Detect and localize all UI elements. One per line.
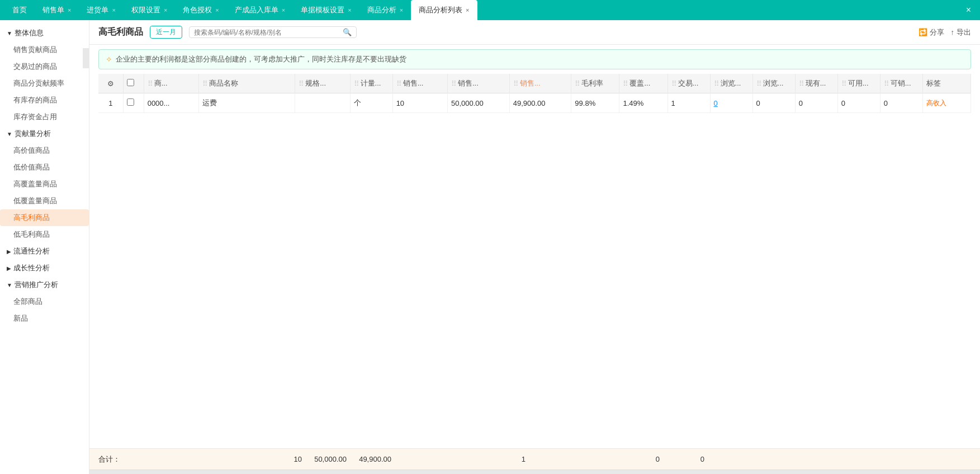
select-all-checkbox[interactable] xyxy=(127,79,134,86)
col-sep-icon13: ⠿ xyxy=(799,79,804,88)
nav-home[interactable]: 首页 xyxy=(4,0,35,20)
cell-available: 0 xyxy=(837,93,880,113)
row-checkbox[interactable] xyxy=(127,98,134,106)
top-nav: 首页 销售单 × 进货单 × 权限设置 × 角色授权 × 产成品入库单 × 单据… xyxy=(0,0,980,20)
col-sales-profit-header: ⠿ 销售... xyxy=(509,74,571,93)
nav-permission[interactable]: 权限设置 × xyxy=(124,0,175,20)
nav-role[interactable]: 角色授权 × xyxy=(175,0,226,20)
sidebar-item-new-products[interactable]: 新品 xyxy=(0,310,89,327)
main-layout: 《 ▼ 整体信息 销售贡献商品 交易过的商品 商品分贡献频率 有库存的商品 库存… xyxy=(0,20,980,474)
sidebar-item-stock-capital[interactable]: 库存资金占用 xyxy=(0,109,89,125)
close-all-tabs[interactable]: × xyxy=(962,5,976,15)
sidebar-item-low-margin[interactable]: 低毛利商品 xyxy=(0,226,89,243)
close-analysis-tab[interactable]: × xyxy=(400,7,403,13)
col-views1-header: ⠿ 浏览... xyxy=(710,74,752,93)
col-sep-icon10: ⠿ xyxy=(671,79,677,88)
col-sep-icon2: ⠿ xyxy=(202,79,208,88)
table-header-row: ⚙ ⠿ 商... ⠿ xyxy=(98,74,971,93)
table-row: 1 0000... 运费 个 10 50,000.00 49,900.00 99… xyxy=(98,93,971,113)
date-filter-btn[interactable]: 近一月 xyxy=(150,26,182,39)
arrow-right-icon: ▶ xyxy=(7,248,11,255)
cell-tag: 高收入 xyxy=(922,93,970,113)
cell-spec xyxy=(295,93,350,113)
sidebar-group-marketing[interactable]: ▼ 营销推广分析 xyxy=(0,276,89,293)
footer-sales-profit: 49,900.00 xyxy=(350,455,395,463)
col-name-header: ⠿ 商品名称 xyxy=(199,74,295,93)
sidebar-group-growth[interactable]: ▶ 成长性分析 xyxy=(0,260,89,276)
col-coverage-header: ⠿ 覆盖... xyxy=(619,74,667,93)
cell-saleable: 0 xyxy=(880,93,922,113)
content-header: 高毛利商品 近一月 🔍 🔁 分享 ↑ 导出 xyxy=(89,20,980,45)
search-input[interactable] xyxy=(194,29,340,36)
col-settings[interactable]: ⚙ xyxy=(98,74,123,93)
col-unit-header: ⠿ 计量... xyxy=(350,74,392,93)
share-btn[interactable]: 🔁 分享 xyxy=(919,27,944,37)
sidebar-item-all-products[interactable]: 全部商品 xyxy=(0,293,89,310)
close-permission-tab[interactable]: × xyxy=(164,7,167,13)
col-trans-header: ⠿ 交易... xyxy=(667,74,710,93)
close-purchase-tab[interactable]: × xyxy=(112,7,115,13)
col-sales-amount-header: ⠿ 销售... xyxy=(448,74,510,93)
export-btn[interactable]: ↑ 导出 xyxy=(951,27,972,37)
footer-available: 0 xyxy=(663,455,708,463)
sidebar-item-high-coverage[interactable]: 高覆盖量商品 xyxy=(0,176,89,193)
nav-product-in[interactable]: 产成品入库单 × xyxy=(227,0,293,20)
sidebar-collapse-btn[interactable]: 《 xyxy=(83,48,89,68)
table-footer: 合计： 10 50,000.00 49,900.00 1 0 0 xyxy=(89,448,980,470)
share-icon: 🔁 xyxy=(919,28,927,36)
sidebar-group-general[interactable]: ▼ 整体信息 xyxy=(0,25,89,41)
nav-analysis-list[interactable]: 商品分析列表 × xyxy=(411,0,477,20)
nav-product-analysis[interactable]: 商品分析 × xyxy=(359,0,411,20)
close-analysis-list-tab[interactable]: × xyxy=(466,7,469,13)
col-current-header: ⠿ 现有... xyxy=(795,74,837,93)
close-product-in-tab[interactable]: × xyxy=(282,7,285,13)
cell-coverage: 1.49% xyxy=(619,93,667,113)
footer-cells: 合计： 10 50,000.00 49,900.00 1 0 0 xyxy=(98,454,971,464)
col-sep-icon6: ⠿ xyxy=(451,79,457,88)
nav-template[interactable]: 单据模板设置 × xyxy=(293,0,359,20)
cell-current: 0 xyxy=(795,93,837,113)
arrow-down-icon-3: ▼ xyxy=(7,282,12,288)
product-table: ⚙ ⠿ 商... ⠿ xyxy=(98,74,971,113)
arrow-down-icon-2: ▼ xyxy=(7,131,12,137)
col-code-header: ⠿ 商... xyxy=(144,74,198,93)
cell-sales-qty: 10 xyxy=(392,93,447,113)
col-saleable-header: ⠿ 可销... xyxy=(880,74,922,93)
bottom-scrollbar[interactable] xyxy=(89,470,980,474)
sidebar-item-high-margin[interactable]: 高毛利商品 xyxy=(0,209,89,226)
sidebar-group-liquidity[interactable]: ▶ 流通性分析 xyxy=(0,243,89,260)
cell-code: 0000... xyxy=(144,93,198,113)
cell-checkbox[interactable] xyxy=(123,93,144,113)
export-icon: ↑ xyxy=(951,28,955,36)
footer-transactions: 1 xyxy=(484,455,529,463)
close-template-tab[interactable]: × xyxy=(348,7,351,13)
sidebar-item-in-stock[interactable]: 有库存的商品 xyxy=(0,92,89,109)
sidebar-item-low-value[interactable]: 低价值商品 xyxy=(0,159,89,176)
content-area: 高毛利商品 近一月 🔍 🔁 分享 ↑ 导出 ✧ 企业的主要的利润都是这部分商品创… xyxy=(89,20,980,474)
col-tag-header: 标签 xyxy=(922,74,970,93)
nav-purchase[interactable]: 进货单 × xyxy=(79,0,123,20)
nav-sales[interactable]: 销售单 × xyxy=(35,0,79,20)
sidebar-item-low-coverage[interactable]: 低覆盖量商品 xyxy=(0,193,89,209)
arrow-right-icon-2: ▶ xyxy=(7,265,11,271)
search-icon[interactable]: 🔍 xyxy=(343,28,352,36)
sidebar-item-contrib-freq[interactable]: 商品分贡献频率 xyxy=(0,75,89,92)
sidebar-item-high-value[interactable]: 高价值商品 xyxy=(0,142,89,159)
col-separator-icon: ⠿ xyxy=(148,79,153,88)
col-sales-qty-header: ⠿ 销售... xyxy=(392,74,447,93)
close-sales-tab[interactable]: × xyxy=(68,7,71,13)
cell-views1[interactable]: 0 xyxy=(710,93,752,113)
cell-sales-profit: 49,900.00 xyxy=(509,93,571,113)
cell-name: 运费 xyxy=(199,93,295,113)
footer-current: 0 xyxy=(618,455,663,463)
sidebar-item-traded[interactable]: 交易过的商品 xyxy=(0,58,89,75)
col-sep-icon4: ⠿ xyxy=(354,79,359,88)
col-checkbox[interactable] xyxy=(123,74,144,93)
close-role-tab[interactable]: × xyxy=(215,7,219,13)
col-margin-header: ⠿ 毛利率 xyxy=(571,74,619,93)
sidebar-item-sales-contrib[interactable]: 销售贡献商品 xyxy=(0,41,89,58)
sidebar-group-contrib[interactable]: ▼ 贡献量分析 xyxy=(0,125,89,142)
sidebar: 《 ▼ 整体信息 销售贡献商品 交易过的商品 商品分贡献频率 有库存的商品 库存… xyxy=(0,20,89,474)
col-views2-header: ⠿ 浏览... xyxy=(752,74,795,93)
col-sep-icon7: ⠿ xyxy=(513,79,519,88)
